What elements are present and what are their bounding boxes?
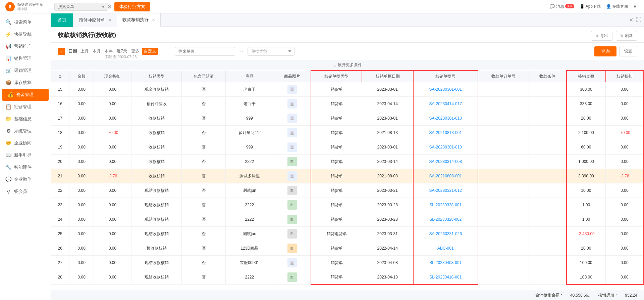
cell-verify-discount: 0.00 [606, 212, 644, 227]
verify-no-link[interactable]: SL-20230328-001 [429, 203, 462, 207]
table-row: 16 0.00 0.00 预付冲应收 否 老白干 销货单 2023-04-14 … [51, 97, 644, 111]
sidebar-item-cooperation[interactable]: 🤝 企业协同 [0, 137, 51, 149]
cell-verify-amount: 1.00 [567, 198, 606, 212]
brand-info: 畅捷通谱好生意 标准版 [17, 2, 43, 11]
sidebar-item-shortcut[interactable]: ⚡ 快捷导航 [0, 28, 51, 40]
svg-point-7 [291, 132, 293, 133]
sidebar-item-marketing[interactable]: 📢 营销推广 [0, 40, 51, 52]
verify-no-link[interactable]: ABC-001 [437, 246, 454, 251]
sidebar-item-management[interactable]: 📋 经营管理 [0, 101, 51, 113]
query-button[interactable]: 查询 [594, 46, 616, 56]
cell-receipt-order-no [478, 270, 529, 285]
app-download-link[interactable]: 📱 App下载 [580, 4, 601, 9]
date-link-this-month[interactable]: 本月 [91, 48, 102, 55]
cell-receipt-order-no [478, 183, 529, 198]
cell-include-settled: 否 [182, 183, 226, 198]
date-link-more[interactable]: 更多 [130, 48, 141, 55]
filter-action-btns: 查询 设置 [594, 46, 637, 56]
date-filter-group: 日期 上月 本月 本年 近7天 更多 自定义 不限 至 2023-07-26 [68, 48, 158, 55]
cell-product: 多计量商品2 [226, 126, 273, 140]
sidebar-item-finance[interactable]: 💰 资金管理 [2, 89, 49, 101]
sidebar-item-wechat[interactable]: 💬 企业微信 [0, 173, 51, 185]
verify-no-link[interactable]: SA-20230321-012 [429, 188, 462, 193]
verify-no-link[interactable]: SL-20230328-002 [429, 217, 462, 222]
cell-verify-no: SA-20230321-012 [413, 183, 478, 198]
cell-product-img: 图 [273, 198, 311, 212]
tab-home-label: 首页 [58, 17, 66, 23]
date-link-last-month[interactable]: 上月 [79, 48, 90, 55]
cell-cash-discount: -70.00 [94, 126, 131, 140]
sidebar-item-basic-info[interactable]: 📁 基础信息 [0, 113, 51, 125]
cell-balance: 0.00 [69, 97, 94, 111]
expand-more-btn[interactable]: ⌄ 展开更多条件 [333, 62, 362, 68]
cell-balance: 0.00 [69, 198, 94, 212]
cell-verify-amount: 360.00 [567, 82, 606, 97]
cell-verify-no: ABC-001 [413, 241, 478, 256]
tab-home[interactable]: 首页 [51, 13, 73, 27]
cell-verify-discount: 0.00 [606, 97, 644, 111]
cell-index: 18 [51, 126, 69, 140]
refresh-button[interactable]: ↻ 刷新 [616, 31, 637, 41]
filter-expand-btn[interactable]: » [58, 48, 65, 55]
cell-product-img: 图 [273, 183, 311, 198]
inventory-icon: 📦 [5, 80, 11, 86]
tab-receipt-verify-close[interactable]: ✕ [152, 18, 155, 22]
cell-product: 2222 [226, 212, 273, 227]
cell-verify-type: 现金收款核销 [131, 82, 182, 97]
verify-no-link[interactable]: SL-20230408-001 [429, 260, 462, 265]
close-window-icon[interactable]: ✕ [629, 17, 633, 23]
settings-icon[interactable]: ⚙ [107, 3, 112, 10]
tab-receipt-verify[interactable]: 收款核销执行 ✕ [117, 13, 161, 27]
cell-index: 20 [51, 155, 69, 169]
data-table: ⊙ 余额 现金折扣 核销类型 包含已结清 商品 商品图片 核销单据类型 核销单据… [51, 70, 644, 285]
export-button[interactable]: ⬆ 导出 [591, 31, 612, 41]
date-link-7days[interactable]: 近7天 [115, 48, 128, 55]
verify-no-link[interactable]: SA-20210808-001 [429, 174, 462, 178]
trading-partner-input[interactable] [175, 47, 235, 56]
verify-no-link[interactable]: SA-20230301-010 [429, 145, 462, 149]
maximize-icon[interactable]: ⛶ [636, 17, 641, 23]
tab-receipt-verify-label: 收款核销执行 [122, 17, 149, 23]
settings-button[interactable]: 设置 [619, 46, 637, 56]
industry-solution-btn[interactable]: 体验行业方案 [114, 2, 150, 11]
cell-verify-type: 现结收款核销 [131, 270, 182, 285]
user-name[interactable]: Rit [634, 4, 639, 9]
verify-no-link[interactable]: SA-20230331-026 [429, 231, 462, 236]
verify-no-link[interactable]: SA-20230301-010 [429, 116, 462, 121]
tab-prepay-close[interactable]: ✕ [108, 18, 111, 22]
cell-index: 25 [51, 227, 69, 241]
cell-product-img [273, 140, 311, 155]
cell-product-img: 图 [273, 241, 311, 256]
sidebar-item-guide[interactable]: 📖 新手引导 [0, 149, 51, 161]
sidebar-item-sales[interactable]: 📊 销售管理 [0, 52, 51, 65]
expand-more-icon: ⌄ [333, 63, 336, 68]
verify-no-link[interactable]: SA-20230314-008 [429, 159, 462, 164]
message-area[interactable]: 💬 消息 99+ [550, 4, 574, 9]
table-row: 20 0.00 0.00 收款核销 否 2222 图 销货单 2023-03-1… [51, 155, 644, 169]
verify-no-link[interactable]: SA-20210813-001 [429, 130, 462, 135]
sidebar-item-purchase[interactable]: 🛒 采购管理 [0, 65, 51, 77]
top-bar-left: 6 畅捷通谱好生意 标准版 ▾ ⚙ 体验行业方案 [5, 2, 546, 11]
verify-no-link[interactable]: SA-20230301-001 [429, 87, 462, 92]
sidebar-item-member[interactable]: V 畅会员 [0, 185, 51, 198]
tab-prepay[interactable]: 预付冲应付单 ✕ [73, 13, 117, 27]
cell-index: 21 [51, 169, 69, 183]
sidebar-item-inventory[interactable]: 📦 库存核算 [0, 77, 51, 89]
search-icon[interactable]: ▾ [102, 4, 104, 9]
verify-no-link[interactable]: SA-20230414-017 [429, 101, 462, 106]
online-service-link[interactable]: 👤 在线客服 [606, 4, 628, 9]
cell-index: 23 [51, 198, 69, 212]
verify-no-link[interactable]: SL-20230418-001 [429, 275, 462, 280]
date-link-custom[interactable]: 自定义 [142, 48, 158, 55]
search-input[interactable] [54, 3, 108, 11]
date-link-this-year[interactable]: 本年 [103, 48, 114, 55]
sidebar-item-system[interactable]: ⚙ 系统管理 [0, 125, 51, 137]
table-row: 27 0.00 0.00 现结收款核销 否 衣服00001 销货单 2023-0… [51, 256, 644, 270]
table-area[interactable]: ⊙ 余额 现金折扣 核销类型 包含已结清 商品 商品图片 核销单据类型 核销单据… [51, 70, 644, 290]
sidebar-item-hardware[interactable]: 🔧 智能硬件 [0, 161, 51, 173]
single-type-select[interactable]: 单据类型 [248, 47, 294, 56]
cell-verify-amount: 1,000.00 [567, 155, 606, 169]
cell-verify-amount: 20.00 [567, 241, 606, 256]
sidebar-item-search[interactable]: 🔍 搜索菜单 [0, 16, 51, 28]
cell-verify-type: 收款核销 [131, 140, 182, 155]
